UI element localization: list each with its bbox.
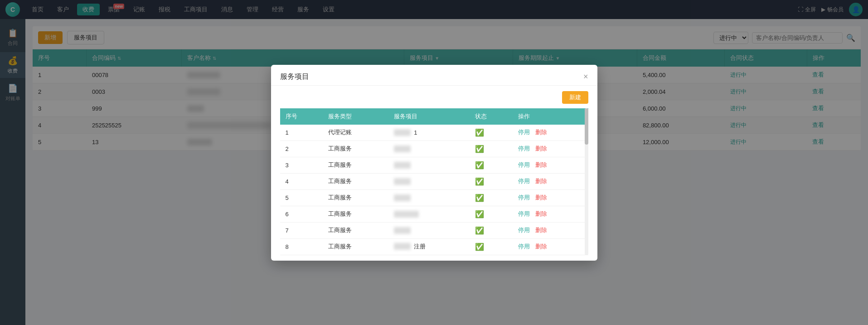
status-check-icon: ✅: [475, 178, 484, 185]
stop-button[interactable]: 停用: [518, 178, 530, 184]
dialog-cell-status: ✅: [470, 238, 513, 255]
dialog-cell-index: 4: [280, 173, 323, 189]
status-check-icon: ✅: [475, 227, 484, 234]
dialog-cell-type: 工商服务: [323, 141, 388, 157]
service-items-table: 序号 服务类型 服务项目 状态 操作 1 代理记账 ████ 1 ✅ 停用: [280, 108, 588, 255]
dialog-cell-item: ████ 1: [388, 125, 470, 141]
dialog-cell-status: ✅: [470, 157, 513, 173]
dialog-cell-index: 6: [280, 206, 323, 222]
dialog-table-row: 3 工商服务 ████ ✅ 停用 删除: [280, 157, 588, 173]
dialog-table-row: 1 代理记账 ████ 1 ✅ 停用 删除: [280, 125, 588, 141]
stop-button[interactable]: 停用: [518, 243, 530, 250]
dialog-col-item: 服务项目: [388, 108, 470, 125]
service-dialog: 服务项目 × 新建 序号 服务类型 服务项目: [271, 65, 597, 261]
dialog-table-row: 6 工商服务 ██████ ✅ 停用 删除: [280, 206, 588, 222]
delete-button[interactable]: 删除: [535, 194, 547, 201]
scrollbar-track: [585, 108, 588, 255]
dialog-header: 服务项目 ×: [271, 65, 597, 86]
dialog-cell-item: ████: [388, 189, 470, 206]
dialog-cell-action: 停用 删除: [513, 206, 588, 222]
dialog-table-row: 4 工商服务 ████ ✅ 停用 删除: [280, 173, 588, 189]
dialog-title: 服务项目: [280, 72, 309, 82]
status-check-icon: ✅: [475, 210, 484, 218]
delete-button[interactable]: 删除: [535, 243, 547, 250]
dialog-overlay: 服务项目 × 新建 序号 服务类型 服务项目: [25, 19, 868, 325]
stop-button[interactable]: 停用: [518, 161, 530, 168]
stop-button[interactable]: 停用: [518, 145, 530, 152]
dialog-cell-action: 停用 删除: [513, 222, 588, 238]
dialog-cell-type: 工商服务: [323, 238, 388, 255]
delete-button[interactable]: 删除: [535, 145, 547, 152]
dialog-cell-status: ✅: [470, 141, 513, 157]
dialog-table-row: 7 工商服务 ████ ✅ 停用 删除: [280, 222, 588, 238]
dialog-cell-action: 停用 删除: [513, 173, 588, 189]
dialog-cell-item: ████: [388, 173, 470, 189]
dialog-cell-index: 2: [280, 141, 323, 157]
stop-button[interactable]: 停用: [518, 129, 530, 136]
delete-button[interactable]: 删除: [535, 129, 547, 136]
dialog-table-row: 5 工商服务 ████ ✅ 停用 删除: [280, 189, 588, 206]
dialog-cell-action: 停用 删除: [513, 141, 588, 157]
dialog-cell-action: 停用 删除: [513, 189, 588, 206]
dialog-cell-item: ████: [388, 222, 470, 238]
dialog-col-index: 序号: [280, 108, 323, 125]
stop-button[interactable]: 停用: [518, 210, 530, 217]
dialog-toolbar: 新建: [280, 91, 588, 104]
dialog-cell-index: 7: [280, 222, 323, 238]
dialog-col-type: 服务类型: [323, 108, 388, 125]
dialog-cell-item: ██████: [388, 206, 470, 222]
dialog-cell-action: 停用 删除: [513, 125, 588, 141]
dialog-col-status: 状态: [470, 108, 513, 125]
dialog-cell-action: 停用 删除: [513, 157, 588, 173]
stop-button[interactable]: 停用: [518, 194, 530, 201]
dialog-cell-item: ████: [388, 141, 470, 157]
dialog-body: 新建 序号 服务类型 服务项目 状态 操作: [271, 86, 597, 261]
dialog-new-button[interactable]: 新建: [562, 91, 588, 104]
dialog-cell-status: ✅: [470, 206, 513, 222]
status-check-icon: ✅: [475, 243, 484, 251]
delete-button[interactable]: 删除: [535, 210, 547, 217]
dialog-close-button[interactable]: ×: [583, 72, 588, 82]
dialog-cell-type: 工商服务: [323, 157, 388, 173]
dialog-cell-type: 工商服务: [323, 206, 388, 222]
dialog-cell-index: 8: [280, 238, 323, 255]
dialog-cell-action: 停用 删除: [513, 238, 588, 255]
dialog-cell-type: 工商服务: [323, 222, 388, 238]
dialog-cell-status: ✅: [470, 189, 513, 206]
dialog-table-wrap: 序号 服务类型 服务项目 状态 操作 1 代理记账 ████ 1 ✅ 停用: [280, 108, 588, 255]
dialog-cell-type: 工商服务: [323, 189, 388, 206]
dialog-cell-index: 1: [280, 125, 323, 141]
content-area: 新增 服务项目 进行中 全部 已完成 已终止 🔍 序号: [25, 19, 868, 325]
dialog-cell-status: ✅: [470, 222, 513, 238]
delete-button[interactable]: 删除: [535, 178, 547, 184]
dialog-table-row: 8 工商服务 ████ 注册 ✅ 停用 删除: [280, 238, 588, 255]
dialog-cell-index: 5: [280, 189, 323, 206]
main-layout: 📋 合同 💰 收费 📄 对账单 新增 服务项目 进行中 全部 已完成: [0, 19, 868, 325]
dialog-cell-index: 3: [280, 157, 323, 173]
status-check-icon: ✅: [475, 129, 484, 136]
dialog-cell-item: ████ 注册: [388, 238, 470, 255]
dialog-cell-type: 工商服务: [323, 173, 388, 189]
dialog-cell-status: ✅: [470, 173, 513, 189]
dialog-col-action: 操作: [513, 108, 588, 125]
status-check-icon: ✅: [475, 161, 484, 169]
dialog-table-row: 2 工商服务 ████ ✅ 停用 删除: [280, 141, 588, 157]
status-check-icon: ✅: [475, 145, 484, 153]
dialog-cell-item: ████: [388, 157, 470, 173]
dialog-cell-status: ✅: [470, 125, 513, 141]
delete-button[interactable]: 删除: [535, 161, 547, 168]
status-check-icon: ✅: [475, 194, 484, 202]
stop-button[interactable]: 停用: [518, 227, 530, 233]
dialog-cell-type: 代理记账: [323, 125, 388, 141]
delete-button[interactable]: 删除: [535, 227, 547, 233]
scrollbar-thumb[interactable]: [585, 108, 588, 145]
